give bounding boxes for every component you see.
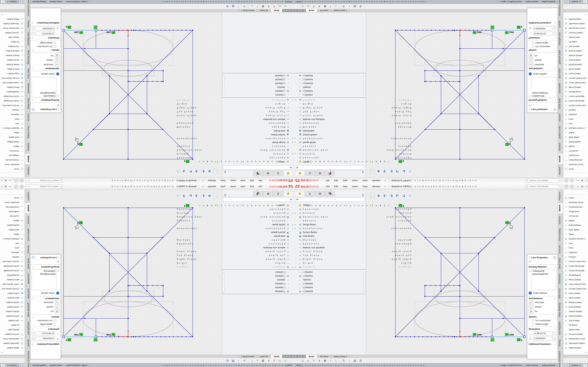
toolbar-icon[interactable]: ⊞ xyxy=(323,359,327,362)
palette-item[interactable]: ⊛ Circular Sketch Pattern xyxy=(0,76,25,81)
document-tab[interactable]: Model xyxy=(271,9,282,12)
status-units-selector[interactable]: Custom ▴ xyxy=(6,363,18,367)
toolbar-icon[interactable]: ◔ xyxy=(237,359,241,362)
menu-item[interactable]: Window xyxy=(370,179,382,183)
command-tab[interactable]: Sketch xyxy=(558,203,563,213)
tab-configurationmanager[interactable]: ⊕ xyxy=(315,171,325,176)
palette-overflow-chevron[interactable]: » xyxy=(585,351,587,353)
document-tab[interactable]: Model xyxy=(306,355,317,358)
palette-item[interactable]: ⊏ Offset Entities xyxy=(563,17,588,22)
help-icon[interactable]: ? xyxy=(32,108,35,111)
help-icon[interactable]: ? xyxy=(553,108,556,111)
expand-chevron-icon[interactable]: ∨ xyxy=(555,22,556,24)
toolbar-icon[interactable]: ↻ xyxy=(242,5,246,8)
palette-item[interactable]: ◟ Fit Spline xyxy=(563,323,588,327)
view-cube-icon[interactable]: ▷ xyxy=(370,193,374,198)
scrollbar-thumb[interactable] xyxy=(364,273,366,292)
tree-item[interactable]: ▸ A AnnotationsAnnotations xyxy=(222,137,294,141)
tree-scrollbar[interactable] xyxy=(364,266,366,367)
palette-item[interactable]: ✂ Trim Entities xyxy=(563,44,588,49)
search-input[interactable] xyxy=(31,179,59,182)
tree-filter[interactable] xyxy=(295,198,365,202)
palette-item[interactable]: ◞ Sketch Fillet xyxy=(0,327,25,332)
command-tab[interactable]: Sketch xyxy=(25,153,30,164)
palette-item[interactable]: ∟ Stretch Entities xyxy=(563,309,588,314)
palette-item[interactable]: ◜ 3 Point Arc xyxy=(563,214,588,218)
expand-panel-chevron[interactable]: ❯ xyxy=(223,171,228,174)
relation-badge-ellipse[interactable]: 3 xyxy=(184,204,189,207)
spinner[interactable]: ▴▾ xyxy=(553,337,556,341)
minimize-button[interactable]: — xyxy=(577,179,579,182)
option-row[interactable]: Infinite length xyxy=(532,42,556,44)
palette-item[interactable]: ◯ Circle xyxy=(563,196,588,200)
command-tab[interactable]: Evaluate xyxy=(558,243,563,256)
toolbar-icon[interactable]: ∟ xyxy=(334,359,338,362)
expander-icon[interactable]: ▸ xyxy=(292,138,293,140)
palette-item[interactable]: ⊡ Center Rectangle xyxy=(0,99,25,103)
command-tab[interactable]: MBD Dimensions xyxy=(558,349,563,367)
tab-configurationmanager[interactable]: ⊕ xyxy=(263,171,273,176)
ok-button[interactable]: ✔ xyxy=(529,104,556,107)
sketch-item[interactable]: ∟ Sketch3 xyxy=(222,85,294,89)
tab-nav-arrow[interactable]: ◀ xyxy=(288,355,291,358)
status-units-selector[interactable]: Custom ▴ xyxy=(570,0,582,4)
relation-badge-ellipse[interactable]: 3 xyxy=(505,143,511,146)
palette-item[interactable]: fx Equation Driven Curve xyxy=(563,236,588,241)
tab-propertymanager[interactable]: ⧎ xyxy=(273,171,283,176)
tab-nav-arrow[interactable]: ◀ xyxy=(288,9,291,12)
sketch-item[interactable]: ∟ (-) Sketch1 xyxy=(222,270,294,274)
menu-item[interactable]: Window xyxy=(370,184,382,188)
tree-root-row[interactable]: ⬢ TЯPDL2. ◎ Ξ ◎ Ш ◎ ◎ ◎ ╬ ◎ ƆC ◎ Ξ ◎ ∗ ◎… xyxy=(294,160,366,164)
tree-item[interactable]: ▸ ◷ HistoryHistory xyxy=(294,152,366,156)
sketch-item[interactable]: ∟ (-) Sketch4 xyxy=(294,78,366,82)
tree-root-row[interactable]: ⬢ TЯPDL2. ◎ Ξ ◎ Ш ◎ ◎ ◎ ╬ ◎ ƆC ◎ Ξ ◎ ∗ ◎… xyxy=(222,160,294,164)
command-tab[interactable]: Mold Tools xyxy=(25,286,30,300)
menu-item[interactable]: Edit xyxy=(332,179,340,183)
palette-item[interactable]: ○ Perimeter Circle xyxy=(0,162,25,167)
palette-item[interactable]: ∿ Style Spline xyxy=(563,227,588,232)
parameter-input[interactable]: 10.88152731 xyxy=(35,332,55,335)
menu-item[interactable]: Tools xyxy=(360,184,370,188)
spinner[interactable]: ▴▾ xyxy=(32,32,35,35)
toolbar-icon[interactable]: ≡ xyxy=(318,359,321,362)
view-cube-icon[interactable]: ◪ xyxy=(401,169,406,174)
expander-icon[interactable]: ▸ xyxy=(295,212,296,214)
palette-item[interactable]: ∿ Style Spline xyxy=(563,135,588,140)
expand-chevron-icon[interactable]: ∨ xyxy=(32,22,33,24)
menu-item[interactable]: Window xyxy=(206,184,218,188)
user-account-icon[interactable]: ⊙ xyxy=(20,179,24,183)
close-button[interactable]: × xyxy=(586,185,587,188)
sketch-item[interactable]: ⊞ (-) Sketch2 xyxy=(294,274,366,278)
relation-badge-ellipse[interactable]: 3 xyxy=(77,221,83,224)
palette-item[interactable]: ⊏ Offset Entities xyxy=(0,17,25,22)
spinner[interactable]: ▴▾ xyxy=(553,332,556,335)
palette-item[interactable]: ◫ Mirror Entities xyxy=(563,277,588,282)
tree-item[interactable]: ▸ ≡ Material <not specified>Material <no… xyxy=(294,117,366,121)
minimize-button[interactable]: — xyxy=(9,179,11,182)
palette-item[interactable]: ◜ 3 Point Arc xyxy=(0,149,25,153)
relation-badge-equal[interactable]: = 109 xyxy=(74,333,83,336)
ok-button[interactable]: ✔ xyxy=(32,260,59,263)
palette-item[interactable]: ∼ Spline xyxy=(563,131,588,135)
sketch-item[interactable]: ∟ (-) Sketch1 xyxy=(294,93,366,97)
restore-button[interactable]: ⧉ xyxy=(5,179,7,182)
tree-item[interactable]: ▸ ▱ Top PlaneTop Plane xyxy=(222,110,294,114)
command-tab[interactable]: Features xyxy=(25,190,30,202)
tree-item[interactable]: ▸ ▱ Top PlaneTop Plane xyxy=(294,110,366,114)
option-row[interactable]: Infinite length xyxy=(532,323,556,325)
tree-item[interactable]: ▸ Σ EquationsEquations xyxy=(222,121,294,125)
rollback-bar[interactable] xyxy=(222,294,294,294)
relation-button[interactable]: | Vertical xyxy=(32,305,59,309)
palette-item[interactable]: ∟ Stretch Entities xyxy=(0,53,25,58)
view-cube-icon[interactable]: ▷ xyxy=(370,169,374,174)
help-icon[interactable]: ? xyxy=(14,185,18,188)
view-cube-icon[interactable]: ◩ xyxy=(395,169,400,174)
sketch-endpoint-handle[interactable] xyxy=(62,336,65,338)
expander-icon[interactable]: ▸ xyxy=(292,266,293,268)
view-cube-icon[interactable]: ◨ xyxy=(389,169,393,174)
palette-item[interactable]: ⧉ Copy Entities xyxy=(0,71,25,76)
relation-badge-collinear[interactable]: ╱ xyxy=(94,338,97,341)
palette-item[interactable]: ⊞ Linear Sketch Pattern xyxy=(0,282,25,286)
command-tab[interactable]: Mold Tools xyxy=(25,67,30,81)
menu-item[interactable]: Tools xyxy=(218,179,228,183)
